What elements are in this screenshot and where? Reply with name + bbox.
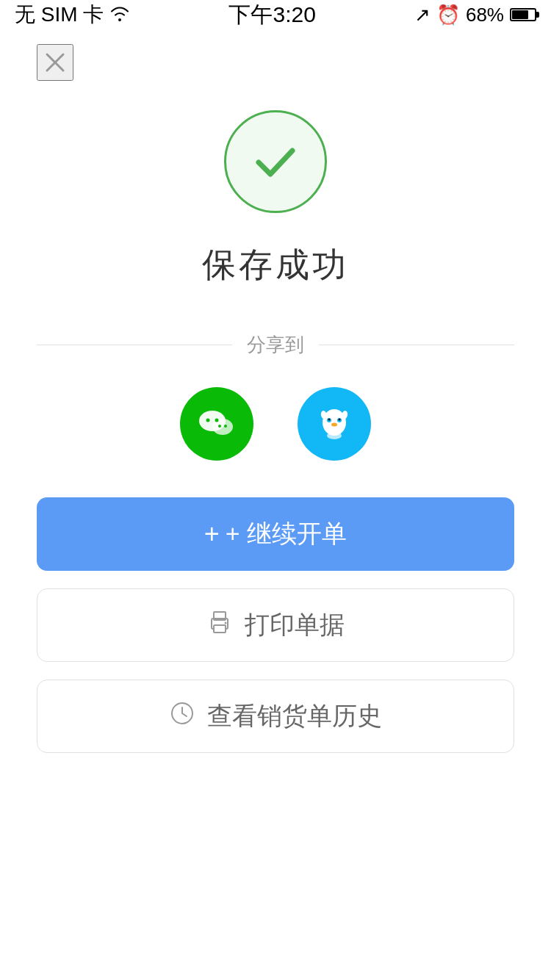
svg-point-12	[328, 419, 331, 421]
wifi-icon	[109, 3, 130, 26]
print-order-label: 打印单据	[245, 608, 345, 642]
close-button[interactable]	[37, 44, 73, 81]
plus-icon: +	[204, 519, 220, 550]
qq-share-button[interactable]	[298, 387, 371, 461]
success-title: 保存成功	[202, 242, 349, 288]
status-bar: 无 SIM 卡 下午3:20 ↗ ⏰ 68%	[0, 0, 551, 29]
svg-rect-18	[214, 625, 226, 633]
svg-point-13	[339, 419, 341, 421]
battery-percent: 68%	[466, 4, 504, 26]
svg-point-14	[331, 423, 337, 427]
continue-order-label: + 继续开单	[226, 517, 347, 551]
battery-icon	[510, 4, 536, 26]
action-buttons: + + 继续开单 打印单据 查看销货单历史	[37, 497, 514, 753]
continue-order-button[interactable]: + + 继续开单	[37, 497, 514, 571]
svg-point-4	[206, 419, 210, 422]
share-section: 分享到	[37, 332, 514, 461]
svg-point-20	[225, 622, 227, 624]
divider-right	[319, 345, 514, 345]
svg-point-5	[215, 419, 219, 422]
svg-point-9	[327, 432, 342, 439]
svg-point-7	[224, 425, 227, 428]
printer-icon	[206, 609, 233, 641]
view-history-label: 查看销货单历史	[207, 699, 382, 733]
share-label: 分享到	[247, 332, 304, 358]
share-icons-row	[37, 387, 514, 461]
main-content: 保存成功 分享到	[0, 29, 551, 797]
location-icon: ↗	[414, 4, 431, 26]
history-icon	[169, 700, 195, 732]
share-divider: 分享到	[37, 332, 514, 358]
success-icon-circle	[224, 110, 327, 213]
alarm-icon: ⏰	[436, 4, 460, 26]
divider-left	[37, 345, 232, 345]
print-order-button[interactable]: 打印单据	[37, 588, 514, 662]
status-time: 下午3:20	[228, 0, 315, 30]
no-sim-label: 无 SIM 卡	[15, 1, 104, 29]
status-right: ↗ ⏰ 68%	[414, 4, 536, 26]
wechat-share-button[interactable]	[180, 387, 253, 461]
view-history-button[interactable]: 查看销货单历史	[37, 680, 514, 753]
svg-point-6	[218, 425, 221, 428]
status-left: 无 SIM 卡	[15, 1, 130, 29]
